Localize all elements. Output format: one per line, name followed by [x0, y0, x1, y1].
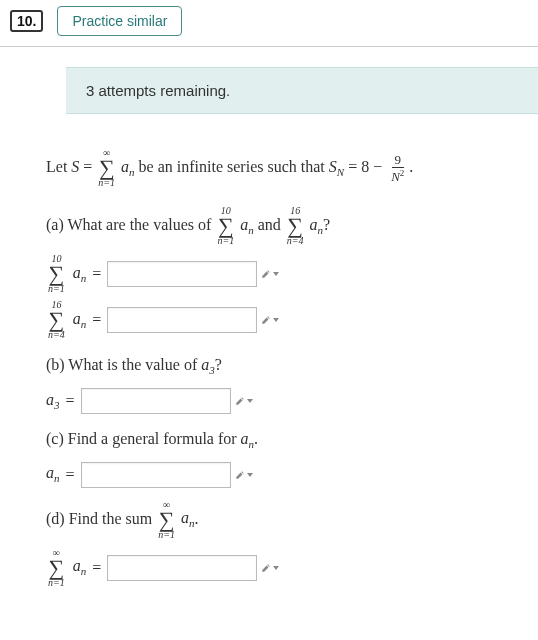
sigma-symbol: ∑	[218, 216, 234, 236]
equals: =	[92, 265, 101, 283]
intro-line: Let S = ∞ ∑ n=1 an be an infinite series…	[46, 148, 528, 188]
sub: n	[54, 473, 60, 485]
text: a	[181, 509, 189, 526]
sigma-icon: ∞ ∑ n=1	[158, 500, 175, 540]
an: an	[241, 430, 255, 447]
text: Let	[46, 158, 71, 175]
text: .	[194, 509, 198, 526]
pencil-icon[interactable]	[261, 265, 279, 283]
text: a	[73, 310, 81, 327]
question-number: 10.	[10, 10, 43, 32]
sigma-icon: 10 ∑ n=1	[48, 254, 65, 294]
caret-down-icon	[247, 473, 253, 477]
text: a	[240, 216, 248, 233]
SN: SN	[329, 158, 344, 175]
pencil-icon[interactable]	[235, 392, 253, 410]
sum-lower: n=1	[48, 578, 65, 588]
answer-input-a1[interactable]	[107, 261, 257, 287]
an: an	[240, 216, 254, 233]
answer-input-b[interactable]	[81, 388, 231, 414]
sup: 2	[400, 168, 405, 178]
part-c-answer: an =	[46, 462, 528, 488]
text: a	[46, 391, 54, 408]
an: an	[73, 310, 87, 330]
text: (b) What is the value of	[46, 356, 201, 373]
equals: =	[92, 311, 101, 329]
sum-lower: n=1	[48, 284, 65, 294]
caret-down-icon	[247, 399, 253, 403]
a3: a3	[201, 356, 215, 373]
caret-down-icon	[273, 566, 279, 570]
text: =	[79, 158, 96, 175]
sigma-icon: ∞ ∑ n=1	[48, 548, 65, 588]
a3: a3	[46, 391, 60, 411]
pencil-icon[interactable]	[261, 559, 279, 577]
equals: =	[92, 559, 101, 577]
an: an	[117, 158, 135, 175]
pencil-icon[interactable]	[261, 311, 279, 329]
problem-area: 3 attempts remaining. Let S = ∞ ∑ n=1 an…	[0, 47, 538, 588]
sigma-symbol: ∑	[49, 264, 65, 284]
text: and	[254, 216, 285, 233]
sum-lower: n=1	[158, 530, 175, 540]
sigma-symbol: ∑	[99, 158, 115, 178]
sum-lower: n=1	[217, 236, 234, 246]
top-bar: 10. Practice similar	[0, 0, 538, 47]
an: an	[310, 216, 324, 233]
answer-input-d[interactable]	[107, 555, 257, 581]
an: an	[73, 264, 87, 284]
text: a	[73, 557, 81, 574]
part-a-question: (a) What are the values of 10 ∑ n=1 an a…	[46, 206, 528, 246]
an: an	[73, 557, 87, 577]
sigma-icon: 16 ∑ n=4	[287, 206, 304, 246]
sum-lower: n=1	[98, 178, 115, 188]
part-b-question: (b) What is the value of a3?	[46, 352, 528, 380]
answer-input-a2[interactable]	[107, 307, 257, 333]
part-d-question: (d) Find the sum ∞ ∑ n=1 an.	[46, 500, 528, 540]
text: (d) Find the sum	[46, 509, 156, 526]
sum-lower: n=4	[287, 236, 304, 246]
text: (c) Find a general formula for	[46, 430, 241, 447]
denominator: N2	[388, 168, 407, 183]
text: a	[73, 264, 81, 281]
text: a	[241, 430, 249, 447]
text: S	[329, 158, 337, 175]
caret-down-icon	[273, 318, 279, 322]
sigma-icon: ∞ ∑ n=1	[98, 148, 115, 188]
part-a-answer-1: 10 ∑ n=1 an =	[46, 254, 528, 294]
text: .	[409, 158, 413, 175]
sub: n	[81, 272, 87, 284]
text: a	[46, 464, 54, 481]
sigma-symbol: ∑	[49, 558, 65, 578]
text: = 8 −	[344, 158, 386, 175]
part-c-question: (c) Find a general formula for an.	[46, 426, 528, 454]
text: N	[391, 169, 400, 184]
equals: =	[66, 466, 75, 484]
problem-content: Let S = ∞ ∑ n=1 an be an infinite series…	[46, 148, 538, 588]
answer-input-c[interactable]	[81, 462, 231, 488]
sub: 3	[54, 399, 60, 411]
part-a-answer-2: 16 ∑ n=4 an =	[46, 300, 528, 340]
part-d-answer: ∞ ∑ n=1 an =	[46, 548, 528, 588]
sub: n	[81, 566, 87, 578]
sub: n	[81, 318, 87, 330]
numerator: 9	[392, 153, 405, 168]
fraction: 9 N2	[388, 153, 407, 183]
part-b-answer: a3 =	[46, 388, 528, 414]
text: ?	[323, 216, 330, 233]
text: be an infinite series such that	[135, 158, 329, 175]
sigma-symbol: ∑	[287, 216, 303, 236]
sigma-icon: 16 ∑ n=4	[48, 300, 65, 340]
caret-down-icon	[273, 272, 279, 276]
an: an	[46, 464, 60, 484]
text: a	[310, 216, 318, 233]
sigma-symbol: ∑	[159, 510, 175, 530]
equals: =	[66, 392, 75, 410]
an: an	[181, 509, 195, 526]
text: .	[254, 430, 258, 447]
text: ?	[215, 356, 222, 373]
attempts-banner: 3 attempts remaining.	[66, 67, 538, 114]
pencil-icon[interactable]	[235, 466, 253, 484]
text: (a) What are the values of	[46, 216, 215, 233]
practice-similar-button[interactable]: Practice similar	[57, 6, 182, 36]
